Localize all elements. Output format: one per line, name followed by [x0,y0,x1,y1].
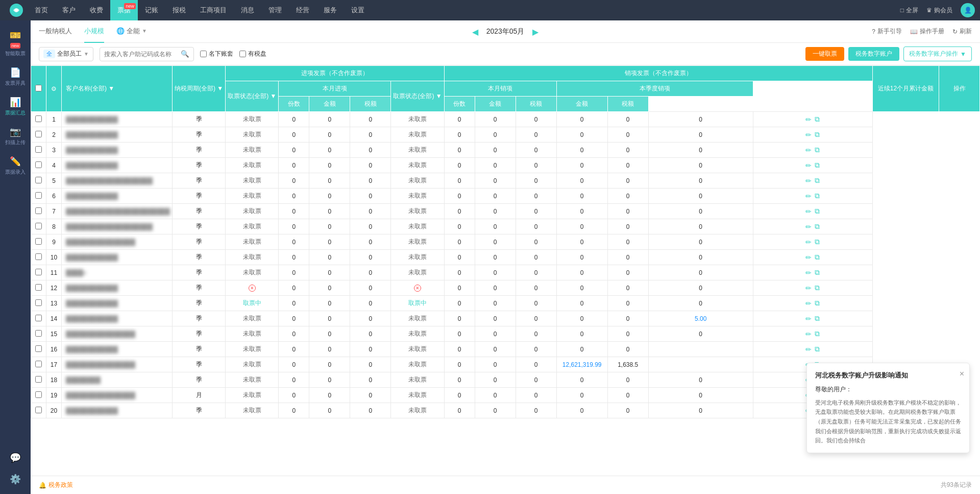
row-checkbox[interactable] [35,330,42,337]
row-checkbox[interactable] [35,315,42,321]
row-checkbox[interactable] [35,269,42,275]
edit-icon[interactable]: ✏ [805,207,812,216]
row-checkbox[interactable] [35,207,42,214]
edit-icon[interactable]: ✏ [805,299,812,308]
nav-service[interactable]: 服务 [316,0,344,20]
sidebar-item-smart-invoice[interactable]: 🎫 new 智能取票 [1,26,30,61]
copy-icon[interactable]: ⧉ [815,192,820,200]
has-taxdisk-checkbox[interactable]: 有税盘 [239,50,266,58]
copy-icon[interactable]: ⧉ [815,253,820,262]
select-all-checkbox[interactable] [35,85,42,91]
sidebar-item-invoice-summary[interactable]: 📊 票据汇总 [1,92,30,120]
manual-button[interactable]: 📖 操作手册 [910,27,944,36]
row-checkbox[interactable] [35,223,42,229]
search-button[interactable]: 🔍 [181,50,189,58]
tax-policy-link[interactable]: 🔔 税务政策 [39,481,73,489]
row-checkbox[interactable] [35,177,42,183]
nav-management[interactable]: 管理 [261,0,289,20]
search-input[interactable] [104,51,181,58]
edit-icon[interactable]: ✏ [805,192,812,200]
row-in-status: 未取票 [226,311,279,326]
copy-icon[interactable]: ⧉ [815,146,820,154]
row-in-status: 未取票 [226,204,279,219]
edit-icon[interactable]: ✏ [805,223,812,231]
edit-icon[interactable]: ✏ [805,330,812,338]
copy-icon[interactable]: ⧉ [815,238,820,246]
edit-icon[interactable]: ✏ [805,238,812,246]
edit-icon[interactable]: ✏ [805,177,812,185]
copy-icon[interactable]: ⧉ [815,130,820,139]
app-logo[interactable] [5,0,28,20]
tab-all-capable[interactable]: 🌐 全能 ▼ [116,20,147,43]
copy-icon[interactable]: ⧉ [815,268,820,277]
notification-close-button[interactable]: × [960,367,964,381]
copy-icon[interactable]: ⧉ [815,161,820,170]
tab-small-scale[interactable]: 小规模 [84,20,104,43]
user-avatar[interactable]: 👤 [961,3,975,17]
copy-icon[interactable]: ⧉ [815,299,820,308]
nav-operation[interactable]: 经营 [289,0,316,20]
copy-icon[interactable]: ⧉ [815,176,820,185]
edit-icon[interactable]: ✏ [805,284,812,292]
row-checkbox[interactable] [35,238,42,245]
row-checkbox[interactable] [35,115,42,122]
row-checkbox[interactable] [35,391,42,398]
row-checkbox[interactable] [35,345,42,352]
copy-icon[interactable]: ⧉ [815,222,820,231]
tab-general-taxpayer[interactable]: 一般纳税人 [39,20,72,43]
edit-icon[interactable]: ✏ [805,345,812,354]
row-checkbox[interactable] [35,284,42,291]
row-checkbox[interactable] [35,376,42,383]
nav-invoice[interactable]: 票据 new [110,0,138,20]
sidebar-item-invoice-entry[interactable]: ✏️ 票据录入 [1,152,30,179]
copy-icon[interactable]: ⧉ [815,330,820,338]
nav-bookkeeping[interactable]: 记账 [138,0,165,20]
guide-button[interactable]: ? 新手引导 [872,27,902,36]
copy-icon[interactable]: ⧉ [815,314,820,323]
row-checkbox[interactable] [35,161,42,168]
next-month-button[interactable]: ▶ [530,27,541,37]
has-taxdisk-check[interactable] [239,51,246,57]
copy-icon[interactable]: ⧉ [815,207,820,216]
edit-icon[interactable]: ✏ [805,315,812,323]
row-checkbox[interactable] [35,253,42,260]
nav-customer[interactable]: 客户 [55,0,83,20]
edit-icon[interactable]: ✏ [805,269,812,277]
sidebar-item-config[interactable]: ⚙️ [1,469,30,489]
vip-button[interactable]: ♛ 购会员 [926,6,952,15]
my-account-checkbox[interactable]: 名下账套 [200,50,233,58]
fullscreen-button[interactable]: □ 全屏 [900,6,918,15]
row-checkbox[interactable] [35,192,42,199]
sidebar-item-scan-upload[interactable]: 📷 扫描上传 [1,122,30,150]
edit-icon[interactable]: ✏ [805,146,812,154]
prev-month-button[interactable]: ◀ [470,27,480,37]
sidebar-item-message[interactable]: 💬 [1,448,30,467]
row-checkbox[interactable] [35,131,42,137]
nav-billing[interactable]: 收费 [83,0,110,20]
nav-settings[interactable]: 设置 [344,0,372,20]
edit-icon[interactable]: ✏ [805,161,812,170]
copy-icon[interactable]: ⧉ [815,284,820,292]
nav-message[interactable]: 消息 [234,0,261,20]
digital-tax-account-action-button[interactable]: 税务数字账户操作 ▼ [903,46,972,61]
copy-icon[interactable]: ⧉ [815,115,820,124]
nav-home[interactable]: 首页 [28,0,55,20]
edit-icon[interactable]: ✏ [805,115,812,124]
row-checkbox[interactable] [35,361,42,367]
row-q-amount: 0 [556,189,607,204]
table-row: 15 ████████████████ 季 未取票 0 0 0 未取票 0 0 … [31,326,980,342]
refresh-button[interactable]: ↻ 刷新 [952,27,972,36]
nav-tax[interactable]: 报税 [165,0,193,20]
digital-tax-account-button[interactable]: 税务数字账户 [848,47,899,61]
employee-select[interactable]: 全 全部员工 ▼ [39,47,93,61]
copy-icon[interactable]: ⧉ [815,345,820,354]
row-checkbox[interactable] [35,407,42,413]
row-checkbox[interactable] [35,299,42,306]
nav-commerce[interactable]: 工商项目 [193,0,234,20]
edit-icon[interactable]: ✏ [805,253,812,262]
row-checkbox[interactable] [35,146,42,153]
one-click-invoice-button[interactable]: 一键取票 [805,47,844,61]
my-account-check[interactable] [200,51,207,57]
edit-icon[interactable]: ✏ [805,131,812,139]
sidebar-item-invoice-open[interactable]: 📄 发票开具 [1,63,30,90]
